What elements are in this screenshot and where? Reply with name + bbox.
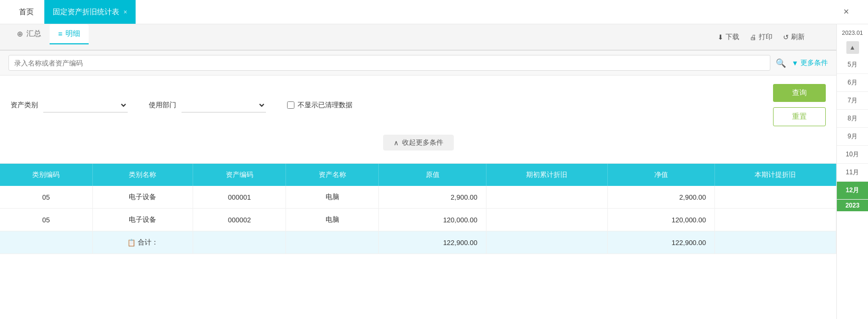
home-tab[interactable]: 首页	[8, 0, 44, 24]
summary-icon: ⊕	[17, 30, 23, 38]
filter-icon: ▼	[791, 59, 798, 67]
row1-asset-name: 电脑	[286, 186, 379, 209]
table-header-row: 类别编码 类别名称 资产编码 资产名称 原值 期初累计折旧 净值 本期计提折旧	[0, 164, 836, 186]
col-header-original-value: 原值	[379, 164, 486, 186]
close-window-btn[interactable]: ×	[833, 6, 860, 17]
total-icon: 📋	[127, 239, 136, 247]
date-item-10[interactable]: 10月	[837, 146, 868, 164]
main-tab[interactable]: 固定资产折旧统计表 ×	[44, 0, 136, 24]
department-label: 使用部门	[149, 100, 176, 110]
download-btn[interactable]: ⬇ 下载	[718, 32, 739, 42]
row1-current-depreciation	[714, 186, 836, 209]
hide-cleared-label: 不显示已清理数据	[298, 100, 352, 110]
row2-asset-name: 电脑	[286, 209, 379, 231]
row1-accumulated-depreciation	[486, 186, 607, 209]
col-header-accumulated-depreciation: 期初累计折旧	[486, 164, 607, 186]
asset-category-select[interactable]	[43, 98, 128, 112]
row2-accumulated-depreciation	[486, 209, 607, 231]
table-row[interactable]: 05 电子设备 000002 电脑 120,000.00 120,000.00	[0, 209, 836, 231]
asset-category-label: 资产类别	[11, 100, 38, 110]
total-empty4	[286, 231, 379, 254]
col-header-net-value: 净值	[607, 164, 714, 186]
refresh-label: 刷新	[791, 32, 805, 42]
total-original-value: 122,900.00	[379, 231, 486, 254]
year-badge: 2023	[837, 200, 868, 211]
date-item-7[interactable]: 7月	[837, 92, 868, 110]
tab-detail-label: 明细	[65, 29, 80, 39]
date-item-5[interactable]: 5月	[837, 56, 868, 74]
date-nav-up[interactable]: ▲	[846, 41, 859, 54]
filter-panel: 资产类别 使用部门 不显示已清理数据	[0, 76, 836, 164]
print-label: 打印	[759, 32, 772, 42]
hide-cleared-checkbox[interactable]	[287, 101, 294, 109]
collapse-label: 收起更多条件	[402, 138, 443, 147]
collapse-icon: ∧	[394, 139, 399, 147]
date-sidebar: 2023.01 ▲ 5月 6月 7月 8月 9月 10月 11月 12月 202…	[836, 24, 868, 319]
total-empty1	[0, 231, 92, 254]
total-row: 📋 合计： 122,900.00 122,900.00	[0, 231, 836, 254]
action-btns: 查询 重置	[773, 84, 826, 126]
refresh-btn[interactable]: ↺ 刷新	[783, 32, 805, 42]
total-empty3	[193, 231, 286, 254]
detail-icon: ≡	[58, 30, 62, 38]
toolbar-right: ⬇ 下载 🖨 打印 ↺ 刷新	[718, 24, 836, 50]
row2-category-code: 05	[0, 209, 92, 231]
row2-asset-code: 000002	[193, 209, 286, 231]
table-container: 类别编码 类别名称 资产编码 资产名称 原值 期初累计折旧 净值 本期计提折旧	[0, 164, 836, 319]
row1-original-value: 2,900.00	[379, 186, 486, 209]
search-icon[interactable]: 🔍	[776, 58, 786, 68]
department-select[interactable]	[182, 98, 266, 112]
tab-summary[interactable]: ⊕ 汇总	[8, 24, 50, 44]
search-row: 🔍 ▼ 更多条件	[0, 51, 836, 76]
print-icon: 🖨	[750, 33, 757, 41]
total-net-value: 122,900.00	[607, 231, 714, 254]
body-wrapper: ⊕ 汇总 ≡ 明细 ⬇ 下载 🖨 打印	[0, 24, 868, 319]
sub-tabs-wrapper: ⊕ 汇总 ≡ 明细 ⬇ 下载 🖨 打印	[0, 24, 836, 51]
search-input[interactable]	[8, 55, 770, 71]
collapse-btn[interactable]: ∧ 收起更多条件	[383, 135, 454, 151]
top-nav: 首页 固定资产折旧统计表 × ×	[0, 0, 868, 24]
refresh-icon: ↺	[783, 33, 789, 41]
query-btn[interactable]: 查询	[773, 84, 826, 102]
download-icon: ⬇	[718, 33, 723, 41]
col-header-category-code: 类别编码	[0, 164, 92, 186]
print-btn[interactable]: 🖨 打印	[750, 32, 772, 42]
total-current-depreciation	[714, 231, 836, 254]
filter-more-btn[interactable]: ▼ 更多条件	[791, 58, 828, 68]
row2-net-value: 120,000.00	[607, 209, 714, 231]
total-label-text: 合计：	[138, 238, 158, 247]
asset-category-field: 资产类别	[11, 98, 128, 112]
main-panel: ⊕ 汇总 ≡ 明细 ⬇ 下载 🖨 打印	[0, 24, 836, 319]
row1-category-code: 05	[0, 186, 92, 209]
col-header-asset-code: 资产编码	[193, 164, 286, 186]
col-header-asset-name: 资产名称	[286, 164, 379, 186]
date-item-12[interactable]: 12月	[837, 182, 868, 200]
filter-label: 更多条件	[800, 58, 828, 68]
collapse-row: ∧ 收起更多条件	[11, 130, 826, 155]
reset-btn[interactable]: 重置	[773, 107, 826, 126]
row2-category-name: 电子设备	[92, 209, 193, 231]
date-year-label: 2023.01	[841, 26, 864, 39]
close-tab-icon[interactable]: ×	[123, 8, 127, 16]
date-item-9[interactable]: 9月	[837, 128, 868, 146]
total-empty2: 📋 合计：	[92, 231, 193, 254]
tab-detail[interactable]: ≡ 明细	[50, 24, 89, 44]
col-header-category-name: 类别名称	[92, 164, 193, 186]
row2-original-value: 120,000.00	[379, 209, 486, 231]
app-wrapper: 首页 固定资产折旧统计表 × × ⊕ 汇总 ≡ 明细	[0, 0, 868, 319]
department-field: 使用部门	[149, 98, 266, 112]
data-table: 类别编码 类别名称 资产编码 资产名称 原值 期初累计折旧 净值 本期计提折旧	[0, 164, 836, 254]
total-accumulated-depreciation	[486, 231, 607, 254]
row1-asset-code: 000001	[193, 186, 286, 209]
tab-summary-label: 汇总	[26, 29, 41, 39]
filter-row: 资产类别 使用部门 不显示已清理数据	[11, 84, 826, 126]
date-item-6[interactable]: 6月	[837, 74, 868, 92]
row1-category-name: 电子设备	[92, 186, 193, 209]
hide-cleared-field: 不显示已清理数据	[287, 100, 352, 110]
date-item-11[interactable]: 11月	[837, 164, 868, 182]
row2-current-depreciation	[714, 209, 836, 231]
col-header-current-depreciation: 本期计提折旧	[714, 164, 836, 186]
row1-net-value: 2,900.00	[607, 186, 714, 209]
date-item-8[interactable]: 8月	[837, 110, 868, 128]
table-row[interactable]: 05 电子设备 000001 电脑 2,900.00 2,900.00	[0, 186, 836, 209]
